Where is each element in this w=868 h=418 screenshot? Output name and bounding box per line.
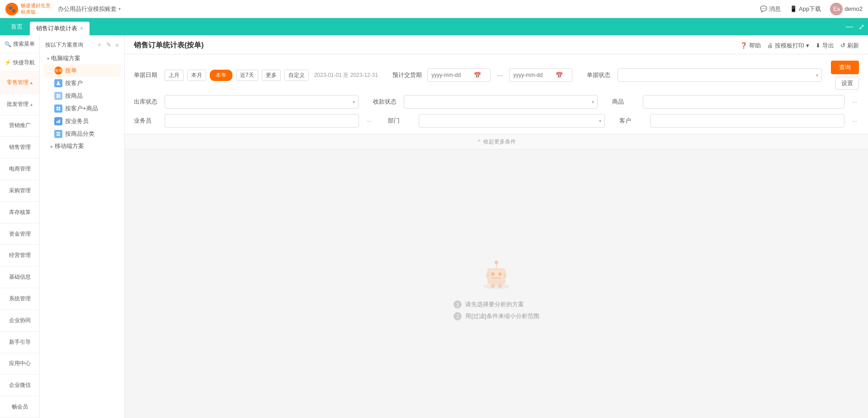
tree-pc-section[interactable]: ▾ 电脑端方案 xyxy=(43,52,121,64)
salesperson-more-icon[interactable]: ··· xyxy=(364,117,373,124)
sidebar-inventory-label: 库存核算 xyxy=(9,209,31,216)
user-profile[interactable]: Ea demo2 xyxy=(830,3,863,15)
sidebar-item-member[interactable]: 畅会员 xyxy=(0,396,39,418)
tree-child-by-bill[interactable]: 按单 按单 xyxy=(43,64,121,77)
sidebar-operations-label: 经营管理 xyxy=(9,252,31,259)
sidebar-item-appstore[interactable]: 应用中心 xyxy=(0,353,39,375)
bill-status-select-wrap: ▾ xyxy=(618,68,822,82)
app-download-label: App下载 xyxy=(799,5,821,13)
help-button[interactable]: ❓ 帮助 xyxy=(740,42,761,50)
download-icon: 📱 xyxy=(790,5,797,12)
refresh-button[interactable]: ↺ 刷新 xyxy=(840,42,859,50)
sidebar-item-sales[interactable]: 销售管理 xyxy=(0,137,39,158)
sidebar-item-system[interactable]: 系统管理 xyxy=(0,288,39,310)
this-month-btn[interactable]: 本月 xyxy=(187,70,206,81)
tree-mobile-section[interactable]: ▸ 移动端方案 xyxy=(43,140,121,152)
date-buttons-group: 上月 本月 本年 近7天 更多 自定义 2023-01-01 至 2023-12… xyxy=(165,70,378,81)
sidebar-search-label: 搜索菜单 xyxy=(13,40,35,48)
tree-child-category-label: 按商品分类 xyxy=(65,130,94,138)
more-btn[interactable]: 更多 xyxy=(262,70,281,81)
calendar-end-icon[interactable]: 📅 xyxy=(556,72,563,79)
query-button[interactable]: 查询 xyxy=(831,61,859,74)
app-download-button[interactable]: 📱 App下载 xyxy=(790,5,821,13)
sidebar-item-basic[interactable]: 基础信息 xyxy=(0,266,39,288)
expected-date-end-input[interactable] xyxy=(513,72,554,78)
date-range-text: 2023-01-01 至 2023-12-31 xyxy=(314,71,378,79)
sidebar-member-label: 畅会员 xyxy=(12,403,28,411)
add-scheme-icon[interactable]: ＋ xyxy=(96,41,103,49)
sidebar-item-newbie[interactable]: 新手引导 xyxy=(0,332,39,353)
tab-close-icon[interactable]: × xyxy=(80,26,83,31)
bill-status-select[interactable] xyxy=(618,68,822,82)
svg-rect-21 xyxy=(486,273,489,278)
sidebar-search[interactable]: 🔍 搜索菜单 xyxy=(0,35,39,53)
salesperson-label: 业务员 xyxy=(134,117,159,125)
maximize-icon[interactable]: ⤢ xyxy=(859,23,864,31)
app-selector[interactable]: 办公用品行业模拟账套 ▾ xyxy=(58,5,121,13)
date-dash: — xyxy=(497,72,503,79)
collapse-bar[interactable]: ⌃ 收起更多条件 xyxy=(125,134,868,150)
sidebar-item-operations[interactable]: 经营管理 xyxy=(0,245,39,266)
sidebar-system-label: 系统管理 xyxy=(9,295,31,303)
tab-active[interactable]: 销售订单统计表 × xyxy=(30,22,90,35)
tree-child-by-salesperson[interactable]: 按业务员 xyxy=(43,115,121,128)
tree-child-by-product[interactable]: 按商品 xyxy=(43,90,121,102)
svg-rect-24 xyxy=(498,284,502,288)
sidebar-nav-shortcut[interactable]: ⚡ 快捷导航 xyxy=(0,53,39,71)
svg-rect-1 xyxy=(57,94,58,96)
tip-num-1: 1 xyxy=(453,300,462,309)
edit-scheme-icon[interactable]: ✎ xyxy=(106,41,112,48)
nav-icon: ⚡ xyxy=(5,59,11,66)
sidebar: 🔍 搜索菜单 ⚡ 快捷导航 零售管理 ▴ 批发管理 ▴ 营销推广 销售管理 电商… xyxy=(0,35,40,418)
sidebar-marketing-label: 营销推广 xyxy=(9,122,31,129)
sidebar-item-finance[interactable]: 资金管理 xyxy=(0,223,39,245)
department-select[interactable] xyxy=(419,114,605,128)
bill-status-label: 单据状态 xyxy=(587,71,612,79)
collapse-panel-icon[interactable]: « xyxy=(115,41,119,48)
sidebar-retail-label: 零售管理 xyxy=(7,79,28,86)
tree-child-by-customer-product[interactable]: 按客户+商品 xyxy=(43,102,121,115)
empty-tip-1: 1 请先选择要分析的方案 xyxy=(453,300,539,309)
last-7-days-btn[interactable]: 近7天 xyxy=(236,70,258,81)
settings-button[interactable]: 设置 xyxy=(835,77,859,90)
export-button[interactable]: ⬇ 导出 xyxy=(816,42,834,50)
tip-num-2: 2 xyxy=(453,312,462,320)
sidebar-item-corp[interactable]: 企业协同 xyxy=(0,310,39,332)
empty-illustration xyxy=(474,248,519,293)
app-selector-label: 办公用品行业模拟账套 xyxy=(58,5,117,13)
product-more-icon[interactable]: ··· xyxy=(850,98,859,105)
minimize-icon[interactable]: — xyxy=(846,23,853,31)
sidebar-item-ecommerce[interactable]: 电商管理 xyxy=(0,158,39,180)
print-button[interactable]: 🖨 按模板打印 ▾ xyxy=(767,42,809,50)
product-input[interactable] xyxy=(643,95,845,109)
receipt-status-select[interactable] xyxy=(404,95,598,109)
customer-more-icon[interactable]: ··· xyxy=(850,117,859,124)
panel-header-icons: ＋ ✎ « xyxy=(96,41,119,49)
expected-date-start-input[interactable] xyxy=(431,72,472,78)
tree-child-product-label: 按商品 xyxy=(65,92,83,100)
sidebar-item-purchase[interactable]: 采购管理 xyxy=(0,180,39,202)
tree-child-by-category[interactable]: 按商品分类 xyxy=(43,128,121,140)
logo-text: 畅捷通好生意 标准版 xyxy=(21,3,51,14)
query-action-col: 查询 设置 xyxy=(831,61,859,90)
sidebar-item-wholesale[interactable]: 批发管理 ▴ xyxy=(0,94,39,115)
tab-home[interactable]: 首页 xyxy=(4,18,30,35)
sidebar-wholesale-label: 批发管理 xyxy=(7,100,28,108)
sidebar-item-inventory[interactable]: 库存核算 xyxy=(0,202,39,223)
sidebar-item-wechat[interactable]: 企业微信 xyxy=(0,375,39,396)
svg-rect-14 xyxy=(57,135,60,136)
message-button[interactable]: 💬 消息 xyxy=(760,5,781,13)
sidebar-item-marketing[interactable]: 营销推广 xyxy=(0,115,39,137)
empty-tip-2-text: 用[过滤]条件来缩小分析范围 xyxy=(465,312,539,320)
sidebar-item-retail[interactable]: 零售管理 ▴ xyxy=(0,72,39,94)
empty-tips: 1 请先选择要分析的方案 2 用[过滤]条件来缩小分析范围 xyxy=(453,300,539,320)
customer-input[interactable] xyxy=(650,114,844,128)
this-year-btn[interactable]: 本年 xyxy=(210,70,232,81)
salesperson-input[interactable] xyxy=(165,114,359,128)
calendar-start-icon[interactable]: 📅 xyxy=(474,72,481,79)
tree-child-by-customer[interactable]: 按客户 xyxy=(43,77,121,90)
ship-status-select[interactable] xyxy=(165,95,359,109)
custom-btn[interactable]: 自定义 xyxy=(284,70,309,81)
svg-point-15 xyxy=(483,284,510,289)
last-month-btn[interactable]: 上月 xyxy=(165,70,184,81)
